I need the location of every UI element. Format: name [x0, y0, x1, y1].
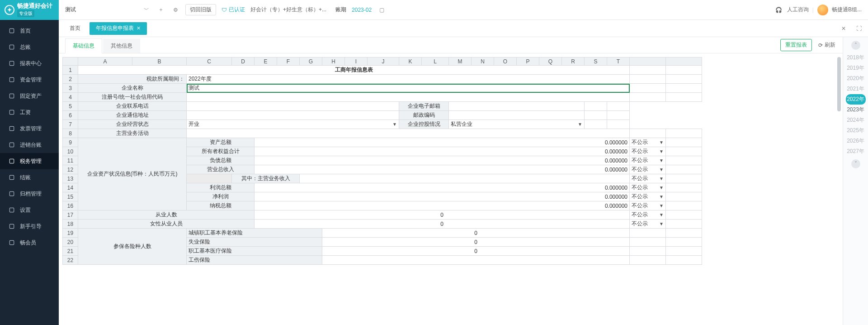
row-15[interactable]: 15	[63, 192, 78, 201]
sidebar-item-2[interactable]: 报表中心	[0, 55, 59, 72]
sidebar-item-6[interactable]: 发票管理	[0, 120, 59, 137]
disclose-select[interactable]: 不公示▼	[632, 166, 664, 173]
col-N[interactable]: N	[472, 57, 494, 66]
col-F[interactable]: F	[277, 57, 300, 66]
sidebar-item-0[interactable]: 首页	[0, 23, 59, 39]
inventory-icon	[8, 141, 15, 148]
period-label: 账期	[335, 6, 346, 14]
chevron-down-icon: ▼	[659, 140, 664, 145]
sheet-corner[interactable]	[63, 57, 78, 66]
col-R[interactable]: R	[562, 57, 585, 66]
add-icon[interactable]: ＋	[156, 5, 165, 14]
row-12[interactable]: 12	[63, 165, 78, 174]
row-19[interactable]: 19	[63, 229, 78, 238]
gear-icon[interactable]: ⚙	[171, 5, 180, 14]
col-G[interactable]: G	[300, 57, 322, 66]
company-selector[interactable]: 测试 ﹀	[65, 5, 151, 14]
period-value[interactable]: 2023-02	[352, 7, 372, 13]
calendar-icon[interactable]: ▢	[377, 5, 386, 14]
row-22[interactable]: 22	[63, 256, 78, 265]
row-6[interactable]: 6	[63, 111, 78, 120]
tax-icon	[8, 158, 15, 165]
sidebar-item-label: 报表中心	[20, 60, 42, 67]
row-3[interactable]: 3	[63, 84, 78, 93]
sidebar-item-11[interactable]: 设置	[0, 202, 59, 218]
row-18[interactable]: 18	[63, 220, 78, 229]
sidebar-item-8[interactable]: 税务管理	[0, 153, 59, 169]
sidebar-item-12[interactable]: 新手引导	[0, 218, 59, 234]
chevron-down-icon: ▼	[578, 122, 582, 127]
disclose-select[interactable]: 不公示▼	[632, 139, 664, 146]
row-21[interactable]: 21	[63, 247, 78, 256]
subtab-0[interactable]: 基础信息	[65, 38, 102, 53]
col-K[interactable]: K	[399, 57, 422, 66]
sidebar-item-3[interactable]: 资金管理	[0, 72, 59, 88]
row-11[interactable]: 11	[63, 156, 78, 165]
subtab-1[interactable]: 其他信息	[103, 38, 140, 53]
disclose-select[interactable]: 不公示▼	[632, 202, 664, 210]
sheet-scroll[interactable]: ABCDEFGHIJKLMNOPQRST1工商年报信息表2税款所属期间：2022…	[62, 57, 705, 325]
col-Q[interactable]: Q	[539, 57, 562, 66]
chevron-down-icon: ▼	[659, 158, 664, 163]
row-14[interactable]: 14	[63, 183, 78, 192]
tab-1[interactable]: 年报信息申报表✕	[90, 22, 147, 35]
disclose-select[interactable]: 不公示▼	[632, 175, 664, 182]
row-8[interactable]: 8	[63, 129, 78, 138]
sidebar-item-4[interactable]: 固定资产	[0, 88, 59, 104]
svg-rect-11	[9, 208, 14, 212]
sidebar-item-7[interactable]: 进销台账	[0, 137, 59, 153]
row-7[interactable]: 7	[63, 120, 78, 129]
col-L[interactable]: L	[422, 57, 449, 66]
reg-no-label: 注册号/统一社会信用代码	[78, 93, 187, 102]
disclose-select[interactable]: 私营企业▼	[451, 120, 582, 128]
col-B[interactable]: B	[132, 57, 187, 66]
tab-label: 首页	[70, 24, 80, 32]
switch-old-button[interactable]: 切回旧版	[185, 4, 216, 15]
row-9[interactable]: 9	[63, 138, 78, 147]
col-H[interactable]: H	[322, 57, 345, 66]
disclose-select[interactable]: 开业▼	[189, 120, 397, 128]
row-20[interactable]: 20	[63, 238, 78, 247]
col-C[interactable]: C	[187, 57, 232, 66]
archive-icon	[8, 190, 15, 197]
col-D[interactable]: D	[232, 57, 255, 66]
col-S[interactable]: S	[585, 57, 607, 66]
row-1[interactable]: 1	[63, 66, 78, 75]
tab-close-icon[interactable]: ✕	[137, 25, 141, 31]
disclose-select[interactable]: 不公示▼	[632, 157, 664, 164]
home-icon	[8, 27, 15, 34]
sidebar-item-1[interactable]: 总账	[0, 39, 59, 55]
company-name-cell[interactable]: 测试	[187, 84, 630, 93]
member-icon	[8, 239, 15, 246]
col-J[interactable]: J	[368, 57, 399, 66]
disclose-select[interactable]: 不公示▼	[632, 211, 664, 219]
svg-rect-6	[9, 126, 14, 130]
col-E[interactable]: E	[255, 57, 277, 66]
chevron-down-icon: ▼	[659, 149, 664, 154]
sidebar-item-10[interactable]: 归档管理	[0, 186, 59, 202]
row-13[interactable]: 13	[63, 174, 78, 183]
col-O[interactable]: O	[494, 57, 517, 66]
sidebar-item-9[interactable]: 结账	[0, 169, 59, 186]
disclose-select[interactable]: 不公示▼	[632, 220, 664, 228]
disclose-select[interactable]: 不公示▼	[632, 184, 664, 191]
row-2[interactable]: 2	[63, 75, 78, 84]
tab-0[interactable]: 首页	[63, 22, 87, 35]
row-5[interactable]: 5	[63, 102, 78, 111]
col-T[interactable]: T	[607, 57, 630, 66]
row-10[interactable]: 10	[63, 147, 78, 156]
col-P[interactable]: P	[517, 57, 539, 66]
row-16[interactable]: 16	[63, 201, 78, 210]
disclose-select[interactable]: 不公示▼	[632, 193, 664, 201]
col-I[interactable]: I	[345, 57, 368, 66]
sidebar-item-5[interactable]: 工资	[0, 104, 59, 120]
reg-no-cell[interactable]	[187, 93, 630, 102]
row-17[interactable]: 17	[63, 210, 78, 220]
row-4[interactable]: 4	[63, 93, 78, 102]
col-A[interactable]: A	[78, 57, 132, 66]
disclose-select[interactable]: 不公示▼	[632, 148, 664, 155]
report-icon	[8, 60, 15, 67]
sidebar-item-label: 税务管理	[20, 158, 42, 165]
col-M[interactable]: M	[449, 57, 472, 66]
sidebar-item-13[interactable]: 畅会员	[0, 234, 59, 251]
